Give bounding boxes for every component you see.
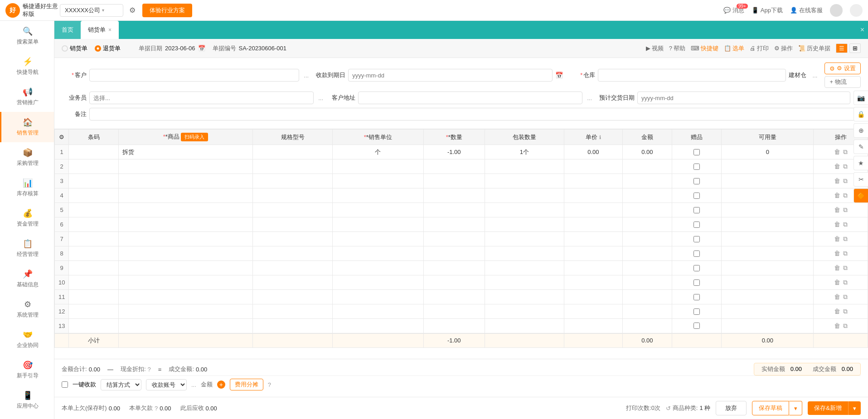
row-price-2[interactable] <box>564 174 623 188</box>
row-pack-qty-3[interactable] <box>485 188 564 203</box>
row-unit-7[interactable] <box>332 246 423 261</box>
col-settings-header[interactable]: ⚙ <box>55 130 69 145</box>
sidebar-item-operations[interactable]: 📋 经营管理 <box>0 233 54 264</box>
row-gift-10[interactable] <box>672 290 721 304</box>
row-barcode-9[interactable] <box>69 275 118 290</box>
row-product-2[interactable] <box>118 174 253 188</box>
row-product-8[interactable] <box>118 261 253 275</box>
row-price-10[interactable] <box>564 290 623 304</box>
row-barcode-1[interactable] <box>69 159 118 174</box>
row-price-5[interactable] <box>564 217 623 232</box>
delete-icon-0[interactable]: 🗑 <box>834 148 840 156</box>
delete-icon-9[interactable]: 🗑 <box>834 279 840 286</box>
row-gift-6[interactable] <box>672 232 721 246</box>
row-pack-qty-0[interactable]: 1个 <box>485 145 564 159</box>
due-date-calendar-icon[interactable]: 📅 <box>555 72 563 79</box>
row-price-6[interactable] <box>564 232 623 246</box>
row-gift-11[interactable] <box>672 304 721 319</box>
settings-icon[interactable]: ⚙ <box>126 4 139 17</box>
delete-icon-8[interactable]: 🗑 <box>834 264 840 272</box>
row-pack-qty-6[interactable] <box>485 232 564 246</box>
avatar[interactable] <box>830 4 843 17</box>
payment-account-select[interactable]: 收款账号 <box>146 379 187 390</box>
row-amount-9[interactable] <box>622 275 672 290</box>
delete-icon-4[interactable]: 🗑 <box>834 206 840 214</box>
row-unit-12[interactable] <box>332 319 423 333</box>
row-qty-9[interactable] <box>423 275 485 290</box>
copy-icon-9[interactable]: ⧉ <box>843 279 848 286</box>
row-qty-4[interactable] <box>423 203 485 217</box>
scan-button[interactable]: 扫码录入 <box>181 133 208 141</box>
copy-icon-11[interactable]: ⧉ <box>843 308 848 315</box>
row-unit-4[interactable] <box>332 203 423 217</box>
row-gift-7[interactable] <box>672 246 721 261</box>
row-amount-10[interactable] <box>622 290 672 304</box>
row-unit-2[interactable] <box>332 174 423 188</box>
row-amount-6[interactable] <box>622 232 672 246</box>
float-btn-add[interactable]: ⊕ <box>853 123 868 138</box>
col-settings-icon[interactable]: ⚙ <box>59 134 64 140</box>
fee-split-button[interactable]: 费用分摊 <box>230 379 263 390</box>
customer-dots[interactable]: ... <box>304 72 309 79</box>
sidebar-item-quick-nav[interactable]: ⚡ 快捷导航 <box>0 51 54 82</box>
row-barcode-11[interactable] <box>69 304 118 319</box>
row-unit-10[interactable] <box>332 290 423 304</box>
row-qty-5[interactable] <box>423 217 485 232</box>
message-button[interactable]: 💬 消息 99+ <box>723 6 744 14</box>
row-amount-11[interactable] <box>622 304 672 319</box>
row-price-8[interactable] <box>564 261 623 275</box>
sidebar-item-inventory[interactable]: 📊 库存核算 <box>0 173 54 203</box>
row-amount-7[interactable] <box>622 246 672 261</box>
row-gift-8[interactable] <box>672 261 721 275</box>
tab-bar-close-icon[interactable]: × <box>860 26 864 34</box>
row-spec-1[interactable] <box>253 159 332 174</box>
row-product-12[interactable] <box>118 319 253 333</box>
price-info-icon[interactable]: ℹ <box>599 135 601 140</box>
delivery-date-input[interactable] <box>637 92 850 104</box>
row-qty-0[interactable]: -1.00 <box>423 145 485 159</box>
trial-button[interactable]: 体验行业方案 <box>142 4 192 17</box>
row-amount-12[interactable] <box>622 319 672 333</box>
row-gift-12[interactable] <box>672 319 721 333</box>
row-qty-3[interactable] <box>423 188 485 203</box>
row-spec-11[interactable] <box>253 304 332 319</box>
row-pack-qty-2[interactable] <box>485 174 564 188</box>
row-gift-0[interactable] <box>672 145 721 159</box>
debt-help-icon[interactable]: ? <box>155 405 158 412</box>
discard-button[interactable]: 放弃 <box>716 401 747 415</box>
float-btn-clip[interactable]: ✂ <box>853 172 868 187</box>
sidebar-item-basic-info[interactable]: 📌 基础信息 <box>0 264 54 294</box>
row-spec-4[interactable] <box>253 203 332 217</box>
row-unit-5[interactable] <box>332 217 423 232</box>
float-btn-camera[interactable]: 📷 <box>853 91 868 105</box>
row-gift-1[interactable] <box>672 159 721 174</box>
copy-icon-10[interactable]: ⧉ <box>843 293 848 301</box>
row-pack-qty-12[interactable] <box>485 319 564 333</box>
sidebar-item-finance[interactable]: 💰 资金管理 <box>0 203 54 233</box>
due-date-input[interactable] <box>348 69 553 82</box>
copy-icon-3[interactable]: ⧉ <box>843 192 848 199</box>
row-barcode-4[interactable] <box>69 203 118 217</box>
warehouse-dots[interactable]: ... <box>813 72 818 79</box>
row-unit-3[interactable] <box>332 188 423 203</box>
row-pack-qty-8[interactable] <box>485 261 564 275</box>
delete-icon-5[interactable]: 🗑 <box>834 221 840 228</box>
row-amount-5[interactable] <box>622 217 672 232</box>
row-barcode-0[interactable] <box>69 145 118 159</box>
row-pack-qty-9[interactable] <box>485 275 564 290</box>
online-service-button[interactable]: 👤 在线客服 <box>790 6 823 14</box>
save-draft-arrow[interactable]: ▾ <box>789 401 802 415</box>
row-unit-9[interactable] <box>332 275 423 290</box>
row-pack-qty-4[interactable] <box>485 203 564 217</box>
delete-icon-7[interactable]: 🗑 <box>834 250 840 257</box>
staff-input[interactable] <box>89 92 314 104</box>
row-product-3[interactable] <box>118 188 253 203</box>
row-barcode-6[interactable] <box>69 232 118 246</box>
delete-icon-6[interactable]: 🗑 <box>834 235 840 243</box>
row-amount-0[interactable]: 0.00 <box>622 145 672 159</box>
row-spec-8[interactable] <box>253 261 332 275</box>
row-product-10[interactable] <box>118 290 253 304</box>
row-pack-qty-5[interactable] <box>485 217 564 232</box>
warehouse-input[interactable] <box>598 69 786 82</box>
save-draft-button[interactable]: 保存草稿 <box>752 401 789 415</box>
